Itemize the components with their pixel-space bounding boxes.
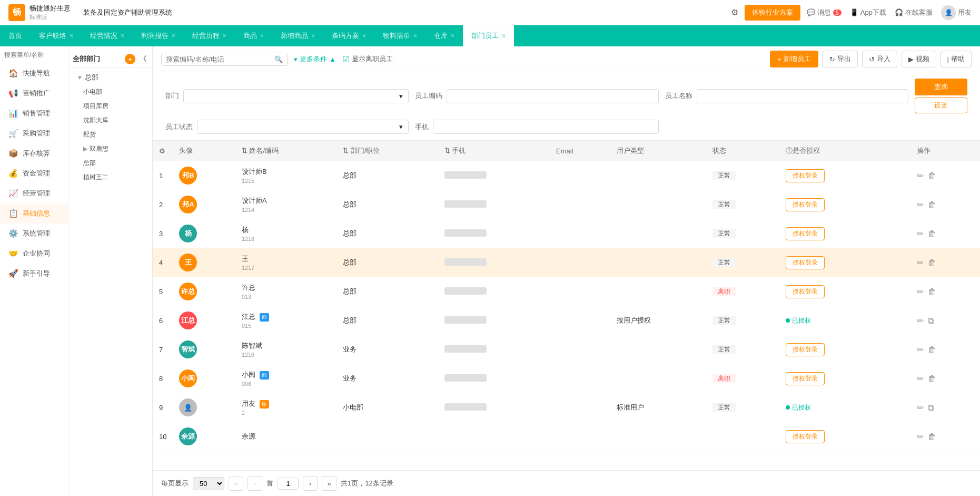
cell-actions: ✏ 🗑 xyxy=(910,277,980,306)
tab-bom[interactable]: 物料清单 × xyxy=(374,25,425,46)
dept-item-xiaodian[interactable]: 小电部 xyxy=(68,85,152,99)
auth-button[interactable]: 授权登录 xyxy=(786,169,825,182)
delete-icon[interactable]: 🗑 xyxy=(928,287,936,296)
export-button[interactable]: ↻ 导出 xyxy=(823,51,858,67)
sidebar-item-basic[interactable]: 📋 基础信息 xyxy=(0,203,68,223)
sidebar-item-sales[interactable]: 📊 销售管理 xyxy=(0,103,68,123)
show-inactive-toggle[interactable]: ☑ 显示离职员工 xyxy=(342,54,393,64)
edit-icon[interactable]: ✏ xyxy=(917,171,924,180)
gear-icon[interactable]: ⚙ xyxy=(731,7,738,17)
edit-icon[interactable]: ✏ xyxy=(917,403,924,412)
search-input[interactable] xyxy=(166,55,271,63)
sidebar-item-purchase[interactable]: 🛒 采购管理 xyxy=(0,123,68,143)
delete-icon[interactable]: 🗑 xyxy=(928,200,936,209)
edit-icon[interactable]: ✏ xyxy=(917,287,924,296)
page-size-select[interactable]: 50 100 xyxy=(193,477,224,490)
set-button[interactable]: 设置 xyxy=(915,98,967,113)
sidebar-search-input[interactable] xyxy=(4,51,68,59)
col-dept[interactable]: ⇅ 部门/职位 xyxy=(336,141,438,161)
edit-icon[interactable]: ✏ xyxy=(917,316,924,325)
edit-icon[interactable]: ✏ xyxy=(917,258,924,267)
cell-dept: 小电部 xyxy=(336,393,438,422)
filter-status-select[interactable]: ▾ xyxy=(197,120,409,134)
logo-icon: 畅 xyxy=(8,4,25,21)
import-button[interactable]: ↺ 导入 xyxy=(862,51,897,67)
col-name[interactable]: ⇅ 姓名/编码 xyxy=(235,141,336,161)
search-button[interactable]: 查询 xyxy=(915,79,967,95)
sidebar-item-finance[interactable]: 💰 资金管理 xyxy=(0,163,68,183)
auth-button[interactable]: 授权登录 xyxy=(786,227,825,240)
checkbox-checked-icon: ☑ xyxy=(342,54,350,64)
sidebar-item-quick-nav[interactable]: 🏠 快捷导航 xyxy=(0,63,68,83)
col-phone[interactable]: ⇅ 手机 xyxy=(438,141,550,161)
sidebar-item-system[interactable]: ⚙️ 系统管理 xyxy=(0,223,68,244)
delete-icon[interactable]: 🗑 xyxy=(928,258,936,267)
auth-button[interactable]: 授权登录 xyxy=(786,256,825,269)
filter-empcode-input[interactable] xyxy=(447,89,658,103)
try-button[interactable]: 体验行业方案 xyxy=(745,5,800,21)
sidebar-item-marketing[interactable]: 📢 营销推广 xyxy=(0,83,68,103)
first-page-btn[interactable]: « xyxy=(229,476,243,491)
sidebar-item-guide[interactable]: 🚀 新手引导 xyxy=(0,264,68,284)
delete-icon[interactable]: 🗑 xyxy=(928,345,936,354)
sidebar-item-inventory[interactable]: 📦 库存核算 xyxy=(0,143,68,163)
page-number-input[interactable] xyxy=(278,478,299,490)
last-page-btn[interactable]: » xyxy=(322,476,336,491)
edit-icon[interactable]: ✏ xyxy=(917,374,924,383)
tab-goods[interactable]: 商品 × xyxy=(235,25,272,46)
dept-add-btn[interactable]: + xyxy=(125,54,135,64)
filter-dept-select[interactable]: ▾ xyxy=(183,89,409,103)
dept-item-zongbu[interactable]: 总部 xyxy=(68,156,152,170)
dept-item-shenyang[interactable]: 沈阳大库 xyxy=(68,113,152,128)
cell-avatar: 邦B xyxy=(173,161,235,190)
sidebar-item-collab[interactable]: 🤝 企业协同 xyxy=(0,244,68,264)
dept-item-shuanglu[interactable]: ▶双鹿想 xyxy=(68,142,152,156)
auth-button[interactable]: 授权登录 xyxy=(786,285,825,298)
auth-button[interactable]: 授权登录 xyxy=(786,343,825,356)
message-button[interactable]: 💬 消息 5 xyxy=(807,8,842,17)
tab-warehouse[interactable]: 仓库 × xyxy=(425,25,463,46)
table-row: 1 邦B 设计师B1215 总部 正常 授权登录 xyxy=(153,161,980,190)
filter-phone-input[interactable] xyxy=(433,120,658,134)
filter-empname-input[interactable] xyxy=(697,89,908,103)
more-conditions-btn[interactable]: ▾ 更多条件 ▲ xyxy=(294,54,336,64)
tab-add-goods[interactable]: 新增商品 × xyxy=(272,25,323,46)
tab-barcode[interactable]: 条码方案 × xyxy=(323,25,374,46)
user-menu[interactable]: 👤 用友 xyxy=(941,5,972,20)
copy-icon[interactable]: ⧉ xyxy=(928,316,934,325)
dept-item-root[interactable]: ▼ 总部 xyxy=(68,70,152,85)
auth-button[interactable]: 授权登录 xyxy=(786,372,825,385)
edit-icon[interactable]: ✏ xyxy=(917,345,924,354)
tab-operation[interactable]: 经营情况 × xyxy=(82,25,133,46)
dept-item-peihuo[interactable]: 配货 xyxy=(68,128,152,142)
delete-icon[interactable]: 🗑 xyxy=(928,432,936,441)
video-button[interactable]: ▶ 视频 xyxy=(902,51,936,67)
auth-button[interactable]: 授权登录 xyxy=(786,198,825,211)
delete-icon[interactable]: 🗑 xyxy=(928,374,936,383)
logo-area: 畅 畅捷通好生意 标准版 xyxy=(8,4,77,21)
tab-profit[interactable]: 利润报告 × xyxy=(133,25,184,46)
tab-customer[interactable]: 客户联络 × xyxy=(31,25,82,46)
auth-button[interactable]: 授权登录 xyxy=(786,430,825,443)
online-service-button[interactable]: 🎧 在线客服 xyxy=(895,8,933,17)
help-button[interactable]: | 帮助 xyxy=(941,51,972,67)
delete-icon[interactable]: 🗑 xyxy=(928,171,936,180)
edit-icon[interactable]: ✏ xyxy=(917,229,924,238)
delete-icon[interactable]: 🗑 xyxy=(928,229,936,238)
next-page-btn[interactable]: › xyxy=(303,476,318,491)
prev-page-btn[interactable]: ‹ xyxy=(248,476,262,491)
tab-dept-employee[interactable]: 部门员工 × xyxy=(463,25,514,46)
edit-icon[interactable]: ✏ xyxy=(917,200,924,209)
dept-collapse-btn[interactable]: 《 xyxy=(137,54,148,64)
sidebar-item-management[interactable]: 📈 经营管理 xyxy=(0,183,68,203)
tab-home[interactable]: 首页 xyxy=(0,25,31,46)
col-settings[interactable]: ⚙ xyxy=(153,141,173,161)
dept-item-project[interactable]: 项目库房 xyxy=(68,99,152,113)
dept-item-zhishu[interactable]: 植树王二 xyxy=(68,170,152,184)
edit-icon[interactable]: ✏ xyxy=(917,432,924,441)
table-row-highlighted: 4 王 王1217 总部 正常 授权登录 xyxy=(153,248,980,277)
add-employee-button[interactable]: + 新增员工 xyxy=(770,51,818,67)
copy-icon[interactable]: ⧉ xyxy=(928,403,934,412)
tab-history[interactable]: 经营历程 × xyxy=(184,25,235,46)
app-download-button[interactable]: 📱 App下载 xyxy=(850,8,886,17)
